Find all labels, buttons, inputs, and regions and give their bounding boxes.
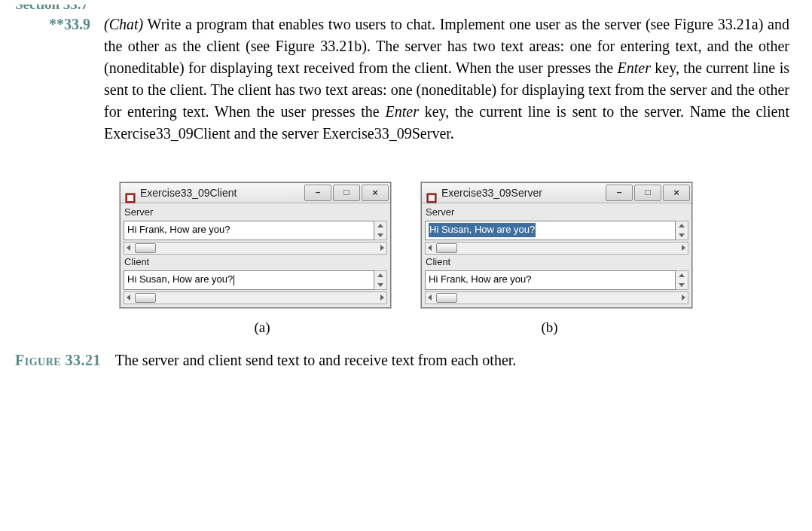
sublabel-b: (b): [541, 317, 557, 338]
exercise-block: **33.9 (Chat) Write a program that enabl…: [15, 14, 797, 145]
scroll-thumb[interactable]: [135, 293, 156, 303]
window-content: Server Hi Frank, How are you? Client Hi …: [121, 203, 390, 307]
section-heading-cutoff: Section 33.7: [15, 5, 797, 12]
svg-rect-1: [127, 195, 133, 201]
maximize-button[interactable]: □: [634, 185, 661, 201]
server-label: Server: [124, 205, 387, 221]
hscrollbar[interactable]: [124, 291, 387, 304]
subfigure-labels: (a) (b): [15, 317, 797, 338]
hscrollbar[interactable]: [124, 242, 387, 255]
window-buttons: – □ ×: [606, 183, 691, 203]
hscrollbar[interactable]: [425, 242, 688, 255]
client-label: Client: [124, 255, 387, 270]
window-content: Server Hi Susan, How are you? Client Hi …: [422, 203, 691, 307]
close-icon: ×: [673, 186, 679, 200]
enter-key-1: Enter: [617, 60, 650, 76]
sublabel-a: (a): [254, 317, 270, 338]
server-textarea[interactable]: Hi Susan, How are you?: [425, 221, 676, 240]
vscrollbar[interactable]: [676, 221, 688, 240]
maximize-icon: □: [343, 186, 349, 199]
client-text-value: Hi Susan, How are you?: [127, 273, 233, 287]
client-text-value: Hi Frank, How are you?: [429, 273, 532, 287]
vscrollbar[interactable]: [374, 270, 387, 290]
svg-rect-3: [429, 195, 435, 201]
minimize-icon: –: [316, 186, 321, 199]
client-textarea[interactable]: Hi Susan, How are you?: [124, 270, 374, 290]
close-button[interactable]: ×: [663, 185, 690, 201]
client-label: Client: [425, 255, 688, 270]
app-icon: [426, 188, 437, 198]
minimize-button[interactable]: –: [304, 185, 331, 201]
window-server: Exercise33_09Server – □ × Server Hi Susa…: [421, 182, 692, 308]
exercise-number: **33.9: [15, 14, 104, 35]
hscrollbar[interactable]: [425, 291, 688, 304]
server-text-value: Hi Susan, How are you?: [429, 223, 536, 237]
window-client: Exercise33_09Client – □ × Server Hi Fran…: [120, 182, 391, 308]
exercise-body: (Chat) Write a program that enables two …: [104, 14, 797, 145]
titlebar-client[interactable]: Exercise33_09Client – □ ×: [121, 183, 390, 203]
minimize-button[interactable]: –: [606, 185, 633, 201]
maximize-button[interactable]: □: [333, 185, 360, 201]
enter-key-2: Enter: [386, 103, 419, 120]
scroll-thumb[interactable]: [135, 243, 156, 253]
figure-caption: Figure 33.21 The server and client send …: [15, 349, 797, 371]
minimize-icon: –: [617, 186, 622, 199]
titlebar-server[interactable]: Exercise33_09Server – □ ×: [422, 183, 691, 203]
scroll-thumb[interactable]: [436, 243, 457, 253]
close-icon: ×: [372, 186, 378, 200]
window-title: Exercise33_09Server: [441, 185, 606, 200]
client-textarea: Hi Frank, How are you?: [425, 270, 676, 290]
scroll-thumb[interactable]: [436, 293, 457, 303]
server-textarea: Hi Frank, How are you?: [124, 221, 374, 240]
figure-number: Figure 33.21: [15, 352, 101, 368]
maximize-icon: □: [645, 186, 650, 199]
text-caret: [234, 275, 234, 285]
close-button[interactable]: ×: [362, 185, 389, 201]
figure-windows: Exercise33_09Client – □ × Server Hi Fran…: [15, 182, 797, 308]
window-buttons: – □ ×: [304, 183, 390, 203]
vscrollbar[interactable]: [374, 221, 387, 240]
exercise-title: (Chat): [104, 16, 143, 32]
server-label: Server: [425, 205, 688, 221]
figure-caption-text: The server and client send text to and r…: [115, 352, 517, 368]
app-icon: [125, 188, 136, 198]
vscrollbar[interactable]: [676, 270, 688, 290]
window-title: Exercise33_09Client: [140, 185, 304, 200]
server-text-value: Hi Frank, How are you?: [127, 223, 230, 237]
